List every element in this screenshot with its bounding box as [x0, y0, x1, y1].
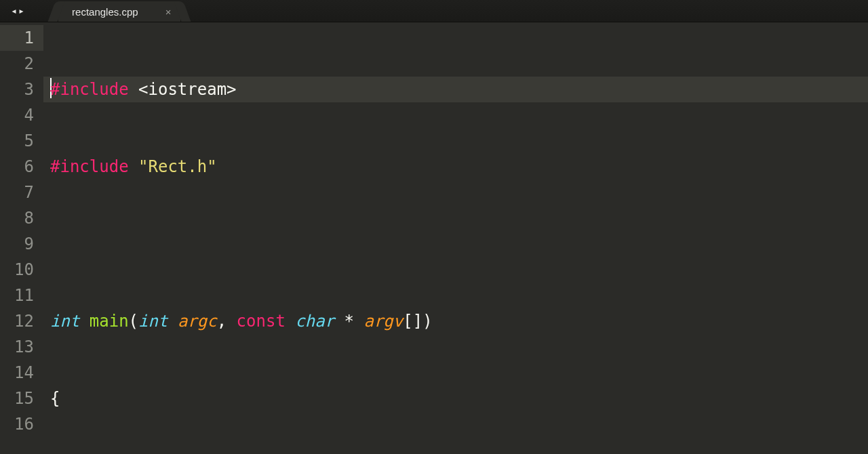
editor: 12345678910111213141516 #include <iostre… [0, 22, 868, 454]
line-number: 3 [0, 77, 43, 102]
nav-forward-icon[interactable]: ▸ [18, 6, 24, 16]
line-number: 1 [0, 25, 43, 51]
code-line: #include <iostream> [43, 77, 868, 102]
nav-back-icon[interactable]: ◂ [11, 6, 17, 16]
code-line: #include "Rect.h" [43, 154, 868, 180]
tab-bar: ◂ ▸ rectangles.cpp × [0, 0, 868, 22]
code-line [43, 231, 868, 257]
line-number: 8 [0, 205, 43, 231]
line-number: 2 [0, 51, 43, 77]
line-number: 5 [0, 128, 43, 154]
line-number: 6 [0, 154, 43, 180]
file-tab[interactable]: rectangles.cpp × [58, 1, 180, 22]
line-number: 7 [0, 180, 43, 205]
line-number: 14 [0, 360, 43, 386]
line-number-gutter: 12345678910111213141516 [0, 22, 43, 454]
code-line: { [43, 386, 868, 411]
code-area[interactable]: #include <iostream> #include "Rect.h" in… [43, 22, 868, 454]
line-number: 13 [0, 334, 43, 360]
line-number: 9 [0, 231, 43, 257]
nav-arrows: ◂ ▸ [7, 3, 31, 22]
line-number: 12 [0, 308, 43, 334]
close-icon[interactable]: × [165, 6, 172, 18]
code-line: int main(int argc, const char * argv[]) [43, 308, 868, 334]
line-number: 15 [0, 386, 43, 411]
line-number: 11 [0, 283, 43, 308]
line-number: 4 [0, 102, 43, 128]
line-number: 10 [0, 257, 43, 283]
tab-filename: rectangles.cpp [72, 6, 138, 18]
line-number: 16 [0, 411, 43, 437]
